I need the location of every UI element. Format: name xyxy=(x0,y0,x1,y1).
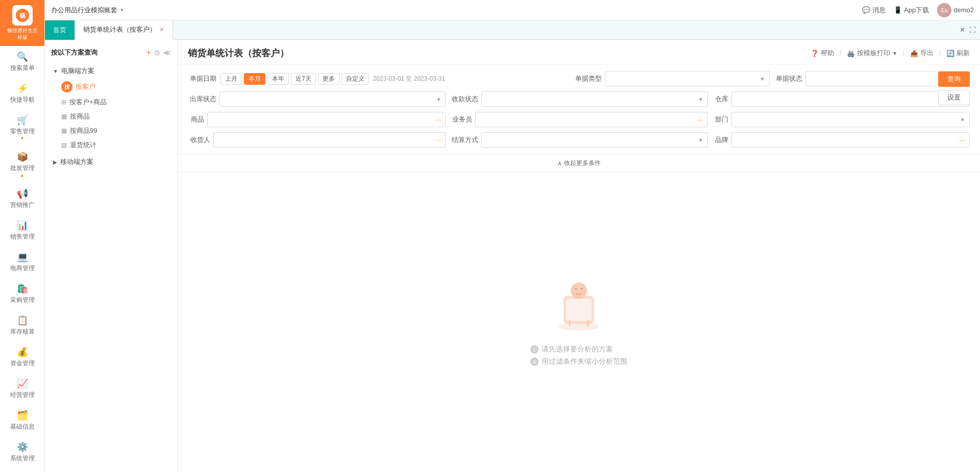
svg-rect-4 xyxy=(566,299,592,321)
date-more-btn[interactable]: 更多 xyxy=(318,73,339,85)
payment-status-select[interactable]: ▼ xyxy=(481,91,707,107)
collapse-more-btn[interactable]: ∧ 收起更多条件 xyxy=(550,157,608,169)
payment-status-filter: 收款状态 ▼ xyxy=(450,91,707,107)
search-btn[interactable]: 查询 xyxy=(938,72,970,87)
message-btn[interactable]: 💬 消息 xyxy=(862,6,886,15)
sidebar-item-marketing[interactable]: 📢 营销推广 xyxy=(0,183,44,215)
hint-text-1: 请先选择要分析的方案 xyxy=(542,345,613,354)
settlement-select[interactable]: ▼ xyxy=(481,132,707,148)
minimize-icon[interactable]: ✕ xyxy=(960,26,965,34)
warehouse-label: 仓库 xyxy=(712,95,728,104)
home-tab-label: 首页 xyxy=(53,26,66,35)
date-custom-btn[interactable]: 自定义 xyxy=(341,73,369,85)
collapse-bar: ∧ 收起更多条件 xyxy=(178,154,980,173)
tree-item-by-goods-99[interactable]: ▦ 按商品99 xyxy=(45,124,177,138)
bill-status-label: 单据状态 xyxy=(774,74,802,83)
ecom-icon: 💻 xyxy=(17,251,28,263)
department-arrow-icon: ▼ xyxy=(960,117,965,123)
search-menu-icon: 🔍 xyxy=(17,51,28,62)
page-title: 销货单统计表（按客户） xyxy=(188,47,289,59)
help-btn[interactable]: ❓ 帮助 xyxy=(811,49,834,58)
divider2 xyxy=(903,50,904,57)
sidebar-item-label: 经营管理 xyxy=(10,391,35,399)
date-this-year-btn[interactable]: 本年 xyxy=(267,73,289,85)
page-content: 按以下方案查询 + ⊙ ≪ ▼ 电脑端方案 按 按客户 ⊞ 按客户+商品 xyxy=(45,40,980,472)
empty-hints-list: ① 请先选择要分析的方案 ② 用过滤条件来缩小分析范围 xyxy=(530,345,627,369)
sidebar-item-label: 零售管理 xyxy=(10,127,35,136)
brand-label: 品牌 xyxy=(712,135,728,145)
date-this-month-btn[interactable]: 本月 xyxy=(244,73,265,85)
warehouse-input[interactable]: ··· xyxy=(731,91,970,107)
sidebar-item-sales[interactable]: 📊 销售管理 xyxy=(0,215,44,246)
tree-item-refund-stat[interactable]: ▧ 退货统计 xyxy=(45,138,177,152)
svg-point-6 xyxy=(575,288,577,290)
sidebar-item-wholesale[interactable]: 📦 批发管理 ▲ xyxy=(0,146,44,183)
brand-filter: 品牌 ··· xyxy=(712,132,970,148)
sidebar-item-label: 电商管理 xyxy=(10,264,35,273)
settings-btn[interactable]: 设置 xyxy=(938,90,970,105)
collapse-panel-btn[interactable]: ≪ xyxy=(163,49,171,57)
sys-icon: ⚙️ xyxy=(17,441,28,453)
sidebar-item-label: 销售管理 xyxy=(10,232,35,241)
goods-input[interactable]: ··· xyxy=(207,112,446,127)
date-7days-btn[interactable]: 近7天 xyxy=(291,73,316,85)
template-print-btn[interactable]: 🖨️ 按模板打印 ▼ xyxy=(847,49,897,58)
sidebar-item-retail[interactable]: 🛒 零售管理 ▼ xyxy=(0,109,44,146)
export-icon: 📤 xyxy=(910,50,918,57)
sidebar-item-enterprise[interactable]: 🤝 企业协同 xyxy=(0,468,44,472)
out-status-select[interactable]: ▼ xyxy=(219,91,446,107)
sales-icon: 📊 xyxy=(17,220,28,231)
sidebar-item-sys[interactable]: ⚙️ 系统管理 xyxy=(0,436,44,468)
sidebar-item-ecom[interactable]: 💻 电商管理 xyxy=(0,246,44,278)
refresh-btn[interactable]: 🔄 刷新 xyxy=(946,49,970,58)
by-goods-99-label: 按商品99 xyxy=(70,126,97,135)
app-download-btn[interactable]: 📱 App下载 xyxy=(894,6,929,15)
receiver-label: 收货人 xyxy=(188,135,210,145)
sidebar-item-base[interactable]: 🗂️ 基础信息 xyxy=(0,405,44,436)
brand-input[interactable]: ··· xyxy=(731,132,970,148)
date-last-month-btn[interactable]: 上月 xyxy=(220,73,242,85)
account-dropdown[interactable]: 办公用品行业模拟账套 ▼ xyxy=(51,6,125,15)
purchase-icon: 🛍️ xyxy=(17,283,28,294)
add-scheme-btn[interactable]: + xyxy=(146,48,151,57)
tree-item-by-goods[interactable]: ▦ 按商品 xyxy=(45,109,177,124)
salesperson-input[interactable]: ··· xyxy=(475,112,707,127)
date-range-text: 2023-03-01 至 2023-03-31 xyxy=(373,75,445,82)
sidebar-item-ops[interactable]: 📈 经营管理 xyxy=(0,373,44,405)
receiver-input[interactable]: ··· xyxy=(213,132,446,148)
out-status-arrow-icon: ▼ xyxy=(436,97,441,102)
department-label: 部门 xyxy=(712,115,728,124)
sidebar-item-inventory[interactable]: 📋 库存核算 xyxy=(0,310,44,341)
quick-nav-icon: ⚡ xyxy=(17,83,28,94)
sidebar-item-label: 库存核算 xyxy=(10,327,35,336)
sidebar-item-quick-nav[interactable]: ⚡ 快捷导航 xyxy=(0,78,44,109)
tree-section-label: 电脑端方案 xyxy=(61,66,94,76)
finance-icon: 💰 xyxy=(17,346,28,358)
department-select[interactable]: ▼ xyxy=(731,112,970,127)
bill-type-arrow-icon: ▼ xyxy=(760,76,765,82)
sidebar-item-purchase[interactable]: 🛍️ 采购管理 xyxy=(0,278,44,310)
left-panel-header: 按以下方案查询 + ⊙ ≪ xyxy=(45,45,177,60)
tab-home[interactable]: 首页 xyxy=(45,20,75,40)
page-actions: ❓ 帮助 🖨️ 按模板打印 ▼ 📤 导出 xyxy=(811,49,970,58)
tab-sales-stat[interactable]: 销货单统计表（按客户） ✕ xyxy=(75,20,173,40)
base-icon: 🗂️ xyxy=(17,410,28,421)
sidebar-item-search-menu[interactable]: 🔍 搜索菜单 xyxy=(0,46,44,78)
user-area[interactable]: Ea demo2 xyxy=(937,3,974,17)
settings-scheme-btn[interactable]: ⊙ xyxy=(154,49,160,57)
goods-filter: 商品 ··· xyxy=(188,112,446,127)
out-status-filter: 出库状态 ▼ xyxy=(188,91,446,107)
barchart-icon: ▧ xyxy=(61,141,67,149)
bill-type-select[interactable]: ▼ xyxy=(605,71,769,86)
tab-close-icon[interactable]: ✕ xyxy=(159,26,164,33)
tree-section-mobile[interactable]: ▶ 移动端方案 xyxy=(45,154,177,170)
inventory-icon: 📋 xyxy=(17,315,28,326)
maximize-icon[interactable]: ⛶ xyxy=(969,26,976,34)
tree-item-by-customer[interactable]: 按 按客户 xyxy=(45,79,177,95)
export-btn[interactable]: 📤 导出 xyxy=(910,49,934,58)
payment-status-arrow-icon: ▼ xyxy=(698,97,703,102)
hint-num-2: ② xyxy=(530,358,538,366)
tree-section-desktop[interactable]: ▼ 电脑端方案 xyxy=(45,63,177,79)
sidebar-item-finance[interactable]: 💰 资金管理 xyxy=(0,341,44,373)
tree-item-by-customer-goods[interactable]: ⊞ 按客户+商品 xyxy=(45,95,177,109)
